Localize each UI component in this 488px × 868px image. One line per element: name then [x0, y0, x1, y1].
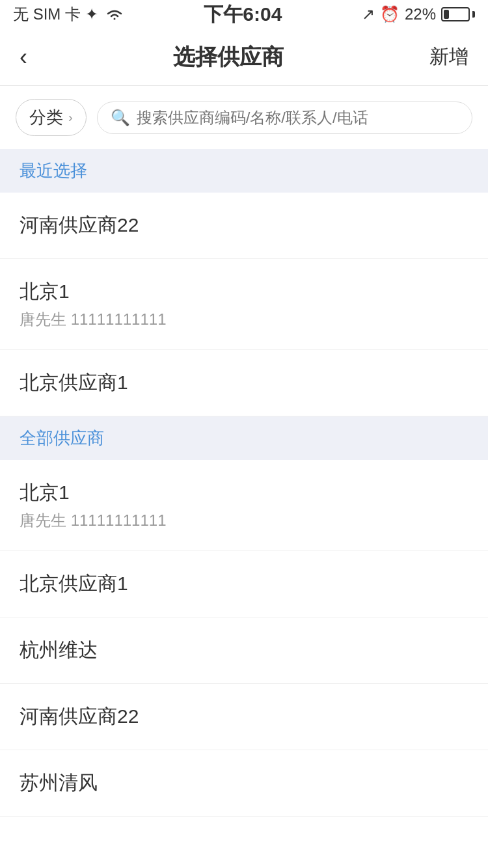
item-name: 北京供应商1: [20, 370, 468, 396]
status-left: 无 SIM 卡 ✦: [13, 4, 124, 25]
status-bar: 无 SIM 卡 ✦ 下午6:04 ↗ ⏰ 22%: [0, 0, 488, 29]
category-label: 分类: [29, 106, 63, 129]
item-name: 杭州维达: [20, 637, 468, 664]
alarm-icon: ⏰: [380, 5, 400, 23]
list-item[interactable]: 北京供应商1: [0, 551, 488, 617]
page-title: 选择供应商: [173, 42, 284, 72]
search-icon: 🔍: [111, 109, 130, 127]
all-section-header: 全部供应商: [0, 416, 488, 460]
category-filter[interactable]: 分类 ›: [16, 99, 87, 136]
item-name: 河南供应商22: [20, 212, 468, 239]
status-right: ↗ ⏰ 22%: [362, 5, 475, 23]
item-name: 北京1: [20, 278, 468, 305]
search-box[interactable]: 🔍: [97, 102, 472, 134]
item-name: 河南供应商22: [20, 703, 468, 730]
item-name: 苏州清风: [20, 770, 468, 796]
chevron-right-icon: ›: [68, 110, 73, 125]
list-item[interactable]: 河南供应商22: [0, 684, 488, 750]
list-item[interactable]: 苏州清风: [0, 750, 488, 817]
item-name: 北京供应商1: [20, 571, 468, 597]
item-sub: 唐先生 11111111111: [20, 309, 468, 330]
list-item[interactable]: 北京1 唐先生 11111111111: [0, 460, 488, 551]
filter-bar: 分类 › 🔍: [0, 86, 488, 149]
sim-label: 无 SIM 卡 ✦: [13, 4, 98, 25]
recent-section-header: 最近选择: [0, 149, 488, 193]
battery-percent: 22%: [405, 5, 436, 23]
location-icon: ↗: [362, 5, 375, 23]
list-item[interactable]: 杭州维达: [0, 617, 488, 684]
all-list: 北京1 唐先生 11111111111北京供应商1杭州维达河南供应商22苏州清风: [0, 460, 488, 817]
wifi-icon: [105, 7, 124, 21]
item-sub: 唐先生 11111111111: [20, 510, 468, 531]
battery-icon: [441, 7, 475, 21]
list-item[interactable]: 北京1 唐先生 11111111111: [0, 259, 488, 350]
back-button[interactable]: ‹: [20, 44, 27, 71]
recent-section-label: 最近选择: [20, 161, 87, 180]
recent-list: 河南供应商22北京1 唐先生 11111111111北京供应商1: [0, 193, 488, 416]
all-section-label: 全部供应商: [20, 428, 104, 448]
search-input[interactable]: [137, 109, 459, 127]
status-time: 下午6:04: [204, 1, 282, 28]
nav-bar: ‹ 选择供应商 新增: [0, 29, 488, 86]
list-item[interactable]: 河南供应商22: [0, 193, 488, 259]
item-name: 北京1: [20, 480, 468, 506]
add-button[interactable]: 新增: [429, 44, 468, 70]
list-item[interactable]: 北京供应商1: [0, 350, 488, 416]
